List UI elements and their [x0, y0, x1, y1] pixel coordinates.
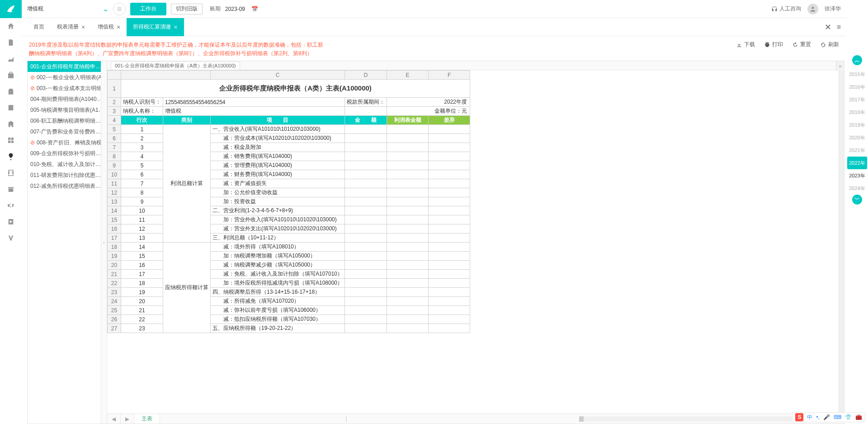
year-item[interactable]: 2016年 — [847, 81, 867, 93]
switch-old-button[interactable]: 切到旧版 — [171, 4, 203, 14]
warning-notice: 2019年度涉及取以前年度结转数据的申报表单元格需要手工维护正确，才能保证本年及… — [29, 41, 327, 58]
nav-play-icon[interactable] — [0, 214, 22, 230]
tab-label: 首页 — [33, 23, 44, 31]
form-list-item[interactable]: 005-纳税调整项目明细表(A1… — [28, 105, 101, 115]
print-button[interactable]: 打印 — [764, 41, 783, 48]
year-rail: ︽ 2015年2016年2017年2018年2019年2020年2021年202… — [846, 0, 868, 424]
nav-transfer-icon[interactable] — [0, 165, 22, 181]
form-list-item[interactable]: ⊘008-资产折旧、摊销及纳税… — [28, 137, 101, 148]
year-item[interactable]: 2017年 — [847, 93, 867, 106]
nav-chart-icon[interactable] — [0, 51, 22, 67]
nav-building-icon[interactable] — [0, 116, 22, 132]
sheet-split-icon[interactable]: ⋮ — [344, 416, 349, 422]
ime-keyboard-icon[interactable]: ⌨ — [834, 414, 841, 420]
year-item[interactable]: 2020年 — [847, 131, 867, 144]
list-icon-button[interactable] — [113, 3, 126, 15]
reset-button[interactable]: 重置 — [792, 41, 811, 48]
company-name: 增值税 — [27, 5, 43, 13]
form-item-label: 006-职工薪酬纳税调整明细… — [30, 117, 101, 125]
form-item-label: 005-纳税调整项目明细表(A1… — [30, 106, 101, 114]
year-item[interactable]: 2015年 — [847, 68, 867, 81]
vertical-scrollbar[interactable] — [839, 70, 844, 414]
form-list-item[interactable]: ⊘003-一般企业成本支出明细… — [28, 83, 101, 94]
sheet-tab-main[interactable]: 主表 — [134, 414, 160, 424]
nav-home-icon[interactable] — [0, 18, 22, 34]
period-value[interactable]: 2023-09 — [225, 6, 245, 12]
tab-tax-list[interactable]: 税表清册× — [51, 18, 91, 36]
year-item[interactable]: 2018年 — [847, 106, 867, 119]
chevron-down-icon: ⌄ — [103, 5, 108, 13]
sheet-prev-icon[interactable]: ◀ — [107, 414, 121, 424]
sheet-grid[interactable]: CDEF1企业所得税年度纳税申报表（A类）主表(A100000)2纳税人识别号：… — [107, 70, 839, 414]
ime-punct-icon[interactable]: •, — [816, 414, 820, 420]
form-list-item[interactable]: ⊘002-一般企业收入明细表(A1… — [28, 72, 101, 83]
tab-label: 增值税 — [98, 23, 114, 31]
toolbar-label: 下载 — [744, 41, 755, 48]
form-list-item[interactable]: 009-企业所得税弥补亏损明… — [28, 148, 101, 159]
nav-archive-icon[interactable] — [0, 181, 22, 197]
nav-report-icon[interactable] — [0, 100, 22, 116]
form-item-label: 001-企业所得税年度纳税申… — [30, 63, 101, 71]
tab-vat[interactable]: 增值税× — [91, 18, 127, 36]
form-list-item[interactable]: 001-企业所得税年度纳税申… — [28, 61, 101, 72]
ime-mic-icon[interactable]: 🎤 — [823, 414, 830, 420]
spreadsheet: 001-企业所得税年度纳税申报表（A类）主表(A100000) » CDEF1企… — [107, 61, 844, 424]
collapse-handle[interactable]: ‹ — [101, 61, 107, 424]
left-nav — [0, 0, 22, 424]
warn-icon: ⊘ — [30, 74, 35, 81]
tabbar: 首页 税表清册× 增值税× 所得税汇算清缴× ✕ ≡ — [22, 18, 846, 36]
download-button[interactable]: 下载 — [736, 41, 755, 48]
form-list-item[interactable]: 010-免税、减计收入及加计… — [28, 159, 101, 170]
close-icon[interactable]: × — [174, 24, 177, 31]
nav-v-icon[interactable] — [0, 230, 22, 246]
year-item[interactable]: 2019年 — [847, 119, 867, 131]
refresh-button[interactable]: 刷新 — [820, 41, 839, 48]
form-item-label: 008-资产折旧、摊销及纳税… — [37, 139, 101, 147]
company-selector[interactable]: 增值税 ⌄ — [27, 5, 108, 13]
year-down-icon[interactable]: ︾ — [852, 195, 862, 205]
year-item[interactable]: 2022年 — [847, 157, 867, 169]
nav-settings-icon[interactable] — [0, 197, 22, 214]
sogou-icon[interactable]: S — [795, 413, 803, 421]
form-item-label: 010-免税、减计收入及加计… — [30, 161, 101, 168]
app-logo — [0, 0, 22, 18]
ime-lang[interactable]: 中 — [807, 414, 812, 421]
tab-home[interactable]: 首页 — [27, 18, 51, 36]
form-list-item[interactable]: 006-职工薪酬纳税调整明细… — [28, 115, 101, 126]
form-list: 001-企业所得税年度纳税申…⊘002-一般企业收入明细表(A1…⊘003-一般… — [27, 61, 101, 424]
form-item-label: 007-广告费和业务宣传费跨… — [30, 128, 101, 136]
nav-grid-icon[interactable] — [0, 132, 22, 148]
form-list-item[interactable]: 012-减免所得税优惠明细表… — [28, 181, 101, 191]
nav-tax-icon[interactable] — [0, 148, 22, 165]
tab-label: 税表清册 — [57, 23, 79, 31]
nav-doc-icon[interactable] — [0, 34, 22, 51]
form-list-item[interactable]: 004-期间费用明细表(A1040… — [28, 94, 101, 105]
user-name[interactable]: 徐泽华 — [825, 5, 841, 13]
toolbar-label: 重置 — [800, 41, 811, 48]
ime-skin-icon[interactable]: 👕 — [845, 414, 852, 420]
close-icon[interactable]: × — [81, 24, 85, 31]
nav-clip-icon[interactable] — [0, 83, 22, 100]
sheet-file-tab[interactable]: 001-企业所得税年度纳税申报表（A类）主表(A100000) — [111, 62, 240, 70]
nav-bag-icon[interactable] — [0, 67, 22, 83]
year-item[interactable]: 2023年 — [847, 169, 867, 182]
form-list-item[interactable]: 011-研发费用加计扣除优惠… — [28, 170, 101, 181]
calendar-icon[interactable]: 📅 — [251, 6, 258, 12]
year-up-icon[interactable]: ︽ — [852, 55, 862, 65]
ime-toolbar[interactable]: S 中 •, 🎤 ⌨ 👕 🧰 — [792, 412, 865, 422]
workbench-button[interactable]: 工作台 — [130, 3, 166, 15]
sheet-next-icon[interactable]: ▶ — [121, 414, 134, 424]
close-icon[interactable]: × — [117, 24, 120, 31]
panel-menu-icon[interactable]: ≡ — [837, 23, 841, 31]
form-item-label: 011-研发费用加计扣除优惠… — [30, 172, 101, 179]
tab-income-tax[interactable]: 所得税汇算清缴× — [127, 18, 184, 36]
form-list-item[interactable]: 007-广告费和业务宣传费跨… — [28, 126, 101, 137]
user-avatar[interactable] — [807, 4, 818, 14]
support-link[interactable]: 人工咨询 — [771, 5, 801, 13]
panel-close-icon[interactable]: ✕ — [825, 22, 831, 32]
ime-tool-icon[interactable]: 🧰 — [855, 414, 862, 420]
expand-icon[interactable]: » — [836, 61, 844, 71]
year-item[interactable]: 2024年 — [847, 182, 867, 195]
year-item[interactable]: 2021年 — [847, 144, 867, 157]
form-item-label: 012-减免所得税优惠明细表… — [30, 182, 101, 190]
